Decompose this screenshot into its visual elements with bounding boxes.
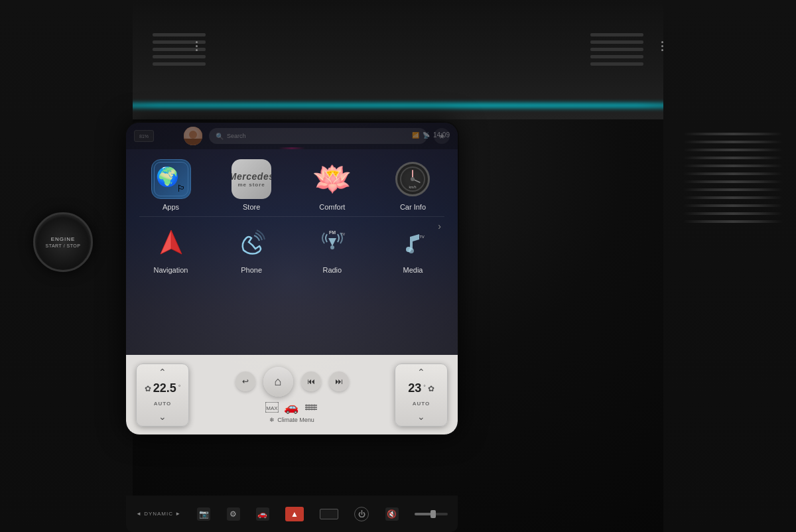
navigation-button[interactable]: Navigation	[139, 222, 202, 274]
svg-text:MAX: MAX	[266, 405, 278, 411]
mode-switch-button[interactable]	[320, 509, 338, 519]
right-vents	[683, 133, 783, 332]
climate-icons-row: MAX 🚗	[265, 400, 318, 415]
right-temp-up-icon[interactable]: ⌃	[417, 367, 425, 377]
settings-button[interactable]: ⚙	[227, 507, 240, 521]
screen-topbar: 81% 🔍 Search ★ 📶 📡 14:09	[126, 123, 458, 149]
next-track-button[interactable]: ⏭	[329, 371, 349, 391]
engine-button-label: ENGINE START / STOP	[46, 235, 81, 249]
svg-marker-4	[161, 230, 171, 254]
climate-bar: ⌃ ✿ 22.5 ° AUTO ⌄ ↩ ⌂ ⏮ ⏭ MAX	[126, 355, 458, 434]
navigation-icon	[151, 222, 191, 262]
media-label: Media	[403, 266, 423, 274]
radio-icon: FM TV	[312, 222, 352, 262]
signal-icon: 📡	[423, 132, 430, 139]
carinfo-icon: km/h	[393, 159, 432, 199]
mode-icon	[320, 509, 338, 519]
right-temp-value: 23	[408, 381, 421, 395]
vent-slats-right	[590, 33, 643, 73]
rear-defrost-icon	[304, 403, 318, 412]
fan-right-icon: ✿	[428, 384, 434, 393]
left-temp-unit: °	[178, 384, 181, 391]
temp-down-icon[interactable]: ⌄	[159, 411, 166, 422]
dynamic-mode-button[interactable]: ◄ DYNAMIC ►	[136, 511, 181, 517]
media-button[interactable]: TV Media	[381, 222, 444, 274]
user-avatar[interactable]	[184, 127, 202, 145]
right-temp-down-icon[interactable]: ⌄	[417, 411, 425, 422]
clock: 14:09	[433, 131, 450, 139]
phone-icon	[232, 222, 271, 262]
left-auto-label: AUTO	[154, 401, 172, 407]
bottom-app-row: Navigation Phone	[139, 222, 444, 274]
comfort-label: Comfort	[319, 203, 345, 211]
apps-button[interactable]: 🌍 🏳 Apps	[139, 159, 202, 211]
physical-buttons-bar: ◄ DYNAMIC ► 📷 ⚙ 🚗 ▲ ⏻ 🔇	[126, 496, 458, 532]
climate-menu-row[interactable]: ❄ Climate Menu	[269, 417, 314, 423]
fan-left-icon: ✿	[145, 384, 151, 393]
avatar-face	[184, 127, 202, 145]
row-divider	[139, 216, 444, 217]
playback-row: ↩ ⌂ ⏮ ⏭	[235, 367, 349, 397]
globe-icon: 🌍	[156, 166, 179, 188]
svg-point-9	[409, 248, 414, 253]
app-grid-area: 🌍 🏳 Apps Mercedes me store Store	[126, 149, 458, 281]
temp-up-icon[interactable]: ⌃	[159, 367, 166, 377]
mute-button[interactable]: 🔇	[385, 507, 399, 521]
right-temp-display: 23 ° ✿	[408, 381, 434, 395]
search-bar[interactable]: 🔍 Search	[209, 128, 427, 144]
svg-text:TV: TV	[341, 232, 346, 236]
hazard-button[interactable]: ▲	[285, 507, 304, 521]
radio-label: Radio	[322, 266, 342, 274]
right-auto-label: AUTO	[413, 401, 431, 407]
wifi-icon: 📶	[412, 132, 419, 139]
engine-start-stop-button[interactable]: ENGINE START / STOP	[33, 212, 93, 272]
right-climate-dial[interactable]: ⌃ 23 ° ✿ AUTO ⌄	[395, 364, 448, 427]
search-placeholder: Search	[227, 133, 246, 139]
climate-row: ⌃ ✿ 22.5 ° AUTO ⌄ ↩ ⌂ ⏮ ⏭ MAX	[126, 355, 458, 434]
vent-slats-left	[153, 33, 206, 73]
store-button[interactable]: Mercedes me store Store	[220, 159, 283, 211]
svg-point-1	[411, 177, 415, 181]
hazard-icon: ▲	[291, 509, 298, 519]
power-icon: ⏻	[358, 510, 365, 518]
home-button[interactable]: ⌂	[263, 367, 293, 397]
main-screen: 81% 🔍 Search ★ 📶 📡 14:09	[126, 123, 458, 434]
prev-track-button[interactable]: ⏮	[301, 371, 321, 391]
camera-icon: 📷	[197, 507, 210, 521]
left-temp-display: ✿ 22.5 °	[145, 381, 181, 395]
media-icon: TV	[393, 222, 432, 262]
camera-button[interactable]: 📷	[197, 507, 210, 521]
car-icon-phys: 🚗	[256, 507, 269, 521]
top-app-row: 🌍 🏳 Apps Mercedes me store Store	[139, 159, 444, 211]
volume-slider[interactable]	[415, 513, 448, 515]
mercedes-store-badge: Mercedes me store	[232, 159, 271, 199]
car-icon: 🚗	[284, 400, 298, 415]
carinfo-button[interactable]: km/h Car Info	[381, 159, 444, 211]
dynamic-label: ◄ DYNAMIC ►	[136, 511, 181, 517]
right-sidebar	[663, 0, 796, 532]
max-defrost-icon: MAX	[265, 402, 279, 413]
store-icon: Mercedes me store	[232, 159, 271, 199]
gauge-icon: km/h	[395, 162, 430, 196]
left-climate-dial[interactable]: ⌃ ✿ 22.5 ° AUTO ⌄	[136, 364, 189, 427]
menu-dots-left[interactable]	[196, 41, 198, 51]
back-button[interactable]: ↩	[235, 371, 255, 391]
search-icon: 🔍	[216, 133, 224, 140]
car-button[interactable]: 🚗	[256, 507, 269, 521]
svg-text:TV: TV	[420, 235, 425, 239]
power-button[interactable]: ⏻	[354, 507, 369, 521]
center-controls: ↩ ⌂ ⏮ ⏭ MAX 🚗 ❄ Climate Menu	[192, 367, 391, 423]
phone-label: Phone	[241, 266, 262, 274]
carinfo-label: Car Info	[400, 203, 426, 211]
settings-icon: ⚙	[227, 507, 240, 521]
comfort-button[interactable]: 🪷 Comfort	[300, 159, 364, 211]
phone-button[interactable]: Phone	[220, 222, 283, 274]
apps-icon: 🌍 🏳	[151, 159, 191, 199]
navigation-label: Navigation	[154, 266, 188, 274]
climate-menu-label: Climate Menu	[277, 417, 314, 423]
comfort-icon: 🪷	[312, 159, 352, 199]
more-apps-chevron[interactable]: ›	[438, 221, 441, 232]
radio-button[interactable]: FM TV Radio	[300, 222, 364, 274]
right-temp-unit: °	[423, 384, 426, 391]
flag-icon: 🏳	[176, 183, 186, 194]
